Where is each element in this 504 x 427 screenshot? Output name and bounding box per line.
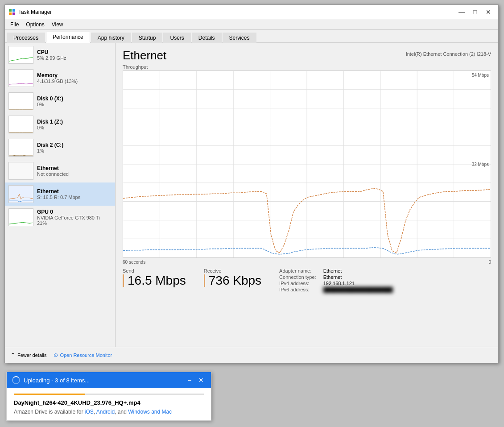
sidebar-item-disk1[interactable]: Disk 1 (Z:) 0% (5, 113, 115, 136)
panel-header: Ethernet Intel(R) Ethernet Connection (2… (123, 49, 491, 62)
taskmanager-icon (8, 8, 16, 16)
upload-notification: Uploading - 3 of 8 items... − ✕ DayNight… (6, 372, 211, 421)
memory-thumbnail (8, 69, 33, 87)
throughput-label: Throughput (123, 64, 491, 70)
disk2-detail: 1% (37, 148, 112, 153)
cpu-thumb-chart (9, 46, 33, 63)
ipv4-label: IPv4 address: (279, 281, 316, 286)
adapter-name-value: Ethernet (323, 268, 393, 274)
fewer-details-button[interactable]: ⌃ Fewer details (10, 352, 46, 359)
task-manager-window: Task Manager — □ ✕ File Options View Pro… (4, 4, 499, 363)
sidebar: CPU 5% 2.99 GHz Memory 4.1/31.9 GB (13%) (5, 43, 116, 347)
upload-spinner (12, 376, 20, 384)
sidebar-item-ethernet-on[interactable]: Ethernet S: 16.5 R: 0.7 Mbps (5, 182, 115, 206)
right-panel: Ethernet Intel(R) Ethernet Connection (2… (116, 43, 498, 347)
menu-bar: File Options View (5, 19, 498, 30)
connection-type-value: Ethernet (323, 274, 393, 280)
menu-options[interactable]: Options (22, 21, 48, 29)
ipv4-value: 192.168.1.121 (323, 281, 393, 286)
disk0-detail: 0% (37, 102, 112, 107)
tab-startup[interactable]: Startup (132, 33, 163, 43)
upload-progress-bar (14, 394, 204, 395)
svg-rect-2 (9, 12, 12, 15)
gpu-detail2: 21% (37, 220, 112, 226)
upload-close-button[interactable]: ✕ (197, 376, 206, 385)
sidebar-item-memory[interactable]: Memory 4.1/31.9 GB (13%) (5, 66, 115, 90)
gpu-name: GPU 0 (37, 209, 112, 215)
upload-ios-link[interactable]: iOS (85, 409, 94, 415)
tab-performance[interactable]: Performance (46, 32, 90, 43)
upload-progress-fill (14, 394, 85, 395)
sidebar-item-disk0[interactable]: Disk 0 (X:) 0% (5, 90, 115, 113)
menu-file[interactable]: File (7, 21, 22, 29)
ethernet-off-name: Ethernet (37, 165, 112, 171)
upload-android-link[interactable]: Android (96, 409, 115, 415)
gpu-detail: NVIDIA GeForce GTX 980 Ti (37, 215, 112, 220)
adapter-info: Adapter name: Ethernet Connection type: … (279, 268, 392, 292)
send-label: Send (123, 268, 186, 274)
ethernet-on-thumbnail (8, 185, 33, 203)
gpu-thumbnail (8, 208, 33, 226)
chart-scale-max: 54 Mbps (472, 73, 489, 78)
cpu-info: CPU 5% 2.99 GHz (37, 49, 112, 61)
upload-header-text: Uploading - 3 of 8 items... (24, 377, 90, 384)
connection-type-label: Connection type: (279, 274, 316, 280)
disk0-name: Disk 0 (X:) (37, 95, 112, 102)
disk1-thumb-chart (9, 116, 33, 133)
disk2-info: Disk 2 (C:) 1% (37, 142, 112, 153)
menu-view[interactable]: View (48, 21, 67, 29)
window-title: Task Manager (18, 9, 52, 15)
svg-rect-1 (12, 9, 15, 12)
memory-detail: 4.1/31.9 GB (13%) (37, 79, 112, 84)
title-bar-left: Task Manager (8, 8, 52, 16)
title-bar: Task Manager — □ ✕ (5, 5, 498, 19)
svg-rect-3 (12, 12, 15, 15)
sidebar-item-gpu[interactable]: GPU 0 NVIDIA GeForce GTX 980 Ti 21% (5, 206, 115, 229)
disk0-info: Disk 0 (X:) 0% (37, 95, 112, 107)
tab-processes[interactable]: Processes (7, 33, 45, 43)
ipv6-value: ████████████████████ (323, 287, 393, 292)
disk0-thumbnail (8, 92, 33, 110)
chart-scale-min: 0 (488, 260, 491, 265)
upload-minimize-button[interactable]: − (185, 376, 194, 385)
upload-windows-mac-link[interactable]: Windows and Mac (128, 409, 172, 415)
receive-stat: Receive 736 Kbps (204, 268, 261, 292)
fewer-details-label: Fewer details (17, 352, 46, 358)
svg-rect-4 (9, 162, 33, 179)
upload-header: Uploading - 3 of 8 items... − ✕ (7, 372, 211, 388)
chart-container: 54 Mbps 32 Mbps (123, 70, 491, 258)
open-resource-monitor-button[interactable]: ⊙ Open Resource Monitor (54, 352, 112, 358)
maximize-button[interactable]: □ (469, 8, 481, 17)
resource-monitor-icon: ⊙ (54, 352, 58, 358)
window-controls: — □ ✕ (455, 8, 495, 17)
chart-time-label: 60 seconds (123, 260, 145, 265)
minimize-button[interactable]: — (455, 8, 468, 17)
gpu-info: GPU 0 NVIDIA GeForce GTX 980 Ti 21% (37, 209, 112, 226)
svg-rect-5 (9, 186, 33, 203)
send-stat: Send 16.5 Mbps (123, 268, 186, 292)
sidebar-item-ethernet-off[interactable]: Ethernet Not connected (5, 159, 115, 182)
tab-services[interactable]: Services (223, 33, 256, 43)
chevron-up-icon: ⌃ (10, 352, 16, 359)
disk2-thumbnail (8, 139, 33, 157)
close-button[interactable]: ✕ (482, 8, 495, 17)
memory-info: Memory 4.1/31.9 GB (13%) (37, 72, 112, 84)
gpu-thumb-chart (9, 209, 33, 226)
tab-details[interactable]: Details (192, 33, 222, 43)
send-divider (123, 274, 124, 287)
bottom-bar: ⌃ Fewer details ⊙ Open Resource Monitor (5, 347, 498, 363)
tab-app-history[interactable]: App history (91, 33, 131, 43)
disk2-name: Disk 2 (C:) (37, 142, 112, 148)
disk1-name: Disk 1 (Z:) (37, 119, 112, 125)
svg-rect-0 (9, 9, 12, 12)
open-resource-monitor-label: Open Resource Monitor (60, 352, 112, 358)
ethernet-on-detail: S: 16.5 R: 0.7 Mbps (37, 195, 112, 200)
ethernet-on-name: Ethernet (37, 188, 112, 195)
sidebar-item-disk2[interactable]: Disk 2 (C:) 1% (5, 136, 115, 159)
receive-label: Receive (204, 268, 261, 274)
upload-header-buttons: − ✕ (185, 376, 206, 385)
tabs-bar: Processes Performance App history Startu… (5, 30, 498, 43)
sidebar-item-cpu[interactable]: CPU 5% 2.99 GHz (5, 43, 115, 66)
receive-divider (204, 274, 205, 287)
tab-users[interactable]: Users (163, 33, 190, 43)
